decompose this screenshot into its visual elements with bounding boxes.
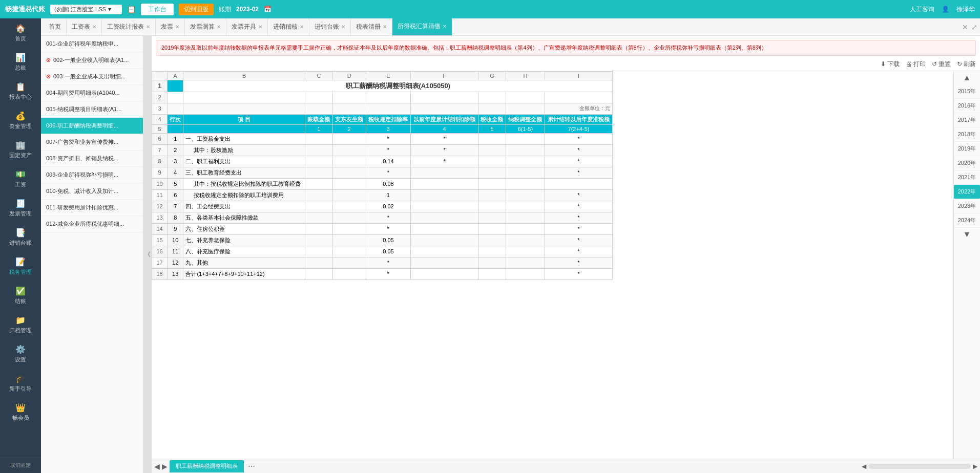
reset-icon: ↺ <box>932 60 937 68</box>
guide-icon: 🎓 <box>15 374 26 383</box>
sub-sidebar-item-009[interactable]: 009-企业所得税弥补亏损明... <box>41 167 143 183</box>
sub-sidebar-item-011[interactable]: 011-研发费用加计扣除优惠... <box>41 200 143 216</box>
table-row: 13 8 五、各类基本社会保障性缴款 * * <box>152 212 613 223</box>
print-icon: 🖨 <box>906 60 912 68</box>
sub-sidebar-item-004[interactable]: 004-期间费用明细表(A1040... <box>41 85 143 101</box>
sidebar-item-sales[interactable]: 📑 进销台账 <box>0 223 41 252</box>
tab-income-tax-close[interactable]: ✕ <box>443 24 447 29</box>
sidebar-item-invoice[interactable]: 🧾 发票管理 <box>0 193 41 223</box>
sidebar-item-salary[interactable]: 💵 工资 <box>0 164 41 193</box>
year-item-2017[interactable]: 2017年 <box>954 113 980 127</box>
bottom-more-button[interactable]: ⋯ <box>248 462 255 470</box>
error-icon: ⊗ <box>46 57 51 63</box>
sub-sidebar-item-010[interactable]: 010-免税、减计收入及加计... <box>41 183 143 200</box>
year-nav-down-button[interactable]: ▼ <box>954 228 980 241</box>
tab-purchase-check[interactable]: 进销稽核 ✕ <box>268 18 309 36</box>
sidebar-collapse-button[interactable]: 《 <box>143 36 152 473</box>
tab-tax-list-close[interactable]: ✕ <box>383 24 387 30</box>
sub-sidebar-item-008[interactable]: 008-资产折旧、摊销及纳税... <box>41 150 143 167</box>
sidebar-item-ledger[interactable]: 📊 总账 <box>0 48 41 77</box>
tab-payroll-close[interactable]: ✕ <box>92 24 96 30</box>
horizontal-scrollbar[interactable] <box>868 464 971 469</box>
sidebar-item-member[interactable]: 👑 畅会员 <box>0 398 41 427</box>
bottom-sheet-tab[interactable]: 职工薪酬纳税调整明细表 <box>170 460 244 472</box>
tab-payroll-stats[interactable]: 工资统计报表 ✕ <box>102 18 156 36</box>
year-item-2018[interactable]: 2018年 <box>954 127 980 142</box>
sub-sidebar-item-006[interactable]: 006-职工薪酬纳税调整明细... <box>41 118 143 134</box>
tab-invoice-calc-close[interactable]: ✕ <box>217 24 221 30</box>
tab-purchase-ledger-label: 进销台账 <box>315 23 339 31</box>
download-button[interactable]: ⬇ 下载 <box>881 60 900 69</box>
year-item-2024[interactable]: 2024年 <box>954 213 980 228</box>
sub-sidebar-item-007[interactable]: 007-广告费和业务宣传费摊... <box>41 134 143 150</box>
sidebar-item-tax[interactable]: 📝 税务管理 <box>0 252 41 281</box>
sub-sidebar-item-001[interactable]: 001-企业所得税年度纳税申... <box>41 36 143 52</box>
spreadsheet-table: A B C D E F G H I <box>152 71 613 280</box>
tab-invoice-issue-label: 发票开具 <box>232 23 256 31</box>
calendar-icon: 📋 <box>127 5 136 13</box>
table-row: 2 <box>152 92 613 103</box>
year-nav-up-button[interactable]: ▲ <box>954 71 980 84</box>
tab-payroll-stats-close[interactable]: ✕ <box>146 24 150 30</box>
reset-button[interactable]: ↺ 重置 <box>932 60 951 69</box>
sidebar-item-reports[interactable]: 📋 报表中心 <box>0 77 41 106</box>
sidebar-item-settings[interactable]: ⚙️ 设置 <box>0 339 41 369</box>
year-item-2020[interactable]: 2020年 <box>954 156 980 170</box>
sidebar-item-funds[interactable]: 💰 资金管理 <box>0 106 41 135</box>
table-row: 8 3 二、职工福利支出 0.14 * * <box>152 156 613 167</box>
switch-button[interactable]: 切到旧版 <box>179 4 214 15</box>
bottom-nav-next[interactable]: ▶ <box>162 462 168 470</box>
tab-tax-list[interactable]: 税表清册 ✕ <box>351 18 392 36</box>
year-item-2019[interactable]: 2019年 <box>954 142 980 156</box>
tab-expand-button[interactable]: ⤢ <box>971 23 977 31</box>
bottom-nav-prev[interactable]: ◀ <box>154 462 160 470</box>
sidebar-item-close[interactable]: ✅ 结账 <box>0 281 41 310</box>
tab-invoice-calc[interactable]: 发票测算 ✕ <box>185 18 226 36</box>
tab-purchase-ledger[interactable]: 进销台账 ✕ <box>309 18 351 36</box>
tab-close-all-button[interactable]: ✕ <box>962 23 968 31</box>
assets-icon: 🏢 <box>15 140 26 150</box>
print-button[interactable]: 🖨 打印 <box>906 60 926 69</box>
sidebar-item-label: 发票管理 <box>9 210 32 218</box>
tab-invoice-close[interactable]: ✕ <box>175 24 179 30</box>
tab-payroll[interactable]: 工资表 ✕ <box>67 18 102 36</box>
support-link[interactable]: 人工客询 <box>910 5 934 14</box>
tab-invoice-issue[interactable]: 发票开具 ✕ <box>226 18 268 36</box>
table-header-row: 4 行次 项 目 账载金额 支东友生额 税收规定扣除率 以前年度累计结转扣除额 … <box>152 114 613 124</box>
spreadsheet-wrapper[interactable]: A B C D E F G H I <box>152 71 953 459</box>
workspace-button[interactable]: 工作台 <box>141 4 174 15</box>
archive-icon: 📁 <box>15 315 26 325</box>
tab-purchase-ledger-close[interactable]: ✕ <box>341 24 345 30</box>
tab-payroll-label: 工资表 <box>72 23 90 31</box>
year-item-2023[interactable]: 2023年 <box>954 199 980 213</box>
sidebar-item-assets[interactable]: 🏢 固定资产 <box>0 135 41 164</box>
table-row: 16 11 八、补充医疗保险 0.05 * <box>152 246 613 257</box>
settings-icon: ⚙️ <box>15 345 26 354</box>
bottom-scroll-left[interactable]: ◀ <box>862 463 866 470</box>
tab-home[interactable]: 首页 <box>44 18 67 36</box>
sub-sidebar-item-012[interactable]: 012-减免企业所得税优惠明细... <box>41 216 143 232</box>
tab-income-tax[interactable]: 所得税汇算清缴 ✕ <box>392 18 452 36</box>
company-selector[interactable]: (勿删) 江西股宝-LSS ▾ <box>50 5 122 14</box>
year-item-2021[interactable]: 2021年 <box>954 170 980 185</box>
tab-invoice-issue-close[interactable]: ✕ <box>258 24 262 30</box>
tab-invoice-calc-label: 发票测算 <box>190 23 215 31</box>
year-item-2022[interactable]: 2022年 <box>954 185 980 199</box>
cancel-pin[interactable]: 取消固定 <box>0 457 41 473</box>
sub-sidebar-item-002[interactable]: ⊗ 002-一般企业收入明细表(A1... <box>41 52 143 69</box>
sub-sidebar-item-003[interactable]: ⊗ 003-一般企业成本支出明细... <box>41 69 143 85</box>
sub-sidebar-item-005[interactable]: 005-纳税调整项目明细表(A1... <box>41 101 143 118</box>
funds-icon: 💰 <box>15 111 26 121</box>
sidebar-item-archive[interactable]: 📁 归档管理 <box>0 310 41 339</box>
tab-purchase-check-close[interactable]: ✕ <box>300 24 304 30</box>
sales-icon: 📑 <box>15 228 26 238</box>
sidebar-item-home[interactable]: 🏠 首页 <box>0 18 41 48</box>
bottom-scroll-right[interactable]: ▶ <box>973 463 977 470</box>
table-row: 3 金额单位：元 <box>152 103 613 114</box>
error-icon: ⊗ <box>46 73 51 80</box>
year-item-2016[interactable]: 2016年 <box>954 99 980 113</box>
refresh-button[interactable]: ↻ 刷新 <box>957 60 976 69</box>
year-item-2015[interactable]: 2015年 <box>954 84 980 99</box>
sidebar-item-guide[interactable]: 🎓 新手引导 <box>0 369 41 398</box>
tab-invoice[interactable]: 发票 ✕ <box>156 18 185 36</box>
